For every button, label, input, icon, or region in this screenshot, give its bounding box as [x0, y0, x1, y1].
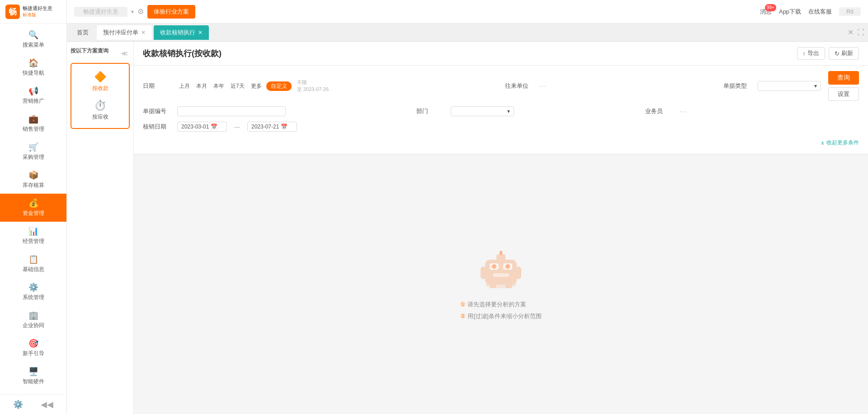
calendar-end-icon[interactable]: 📅 [281, 124, 288, 130]
query-receipt-label: 按收款 [92, 85, 108, 92]
empty-tip-1: ① 请先选择要分析的方案 [460, 299, 541, 310]
sidebar-item-label-hardware: 智能硬件 [23, 378, 44, 385]
svg-point-5 [505, 264, 510, 269]
sidebar-item-marketing[interactable]: 📢营销推广 [0, 81, 66, 109]
settings-icon[interactable]: ⚙️ [13, 400, 23, 409]
staff-dots[interactable]: ··· [679, 108, 688, 115]
logo-icon: 畅 [5, 5, 20, 19]
user-name[interactable]: Rit [839, 7, 861, 16]
business-icon: 📊 [28, 226, 38, 236]
shortcut-this-month[interactable]: 本月 [194, 81, 209, 91]
query-receivable-label: 按应收 [92, 113, 108, 121]
empty-tips: ① 请先选择要分析的方案 ② 用[过滤]条件来缩小分析范围 [460, 299, 541, 322]
sidebar-item-search[interactable]: 🔍搜索菜单 [0, 25, 66, 53]
verify-end-value: 2023-07-21 [251, 124, 279, 130]
sidebar-item-label-sales: 销售管理 [23, 125, 44, 133]
filter-row-1: 日期 上月 本月 本年 近7天 更多 自定义 不限 至 2023-07-26 [143, 71, 859, 101]
svg-rect-6 [493, 273, 509, 277]
sidebar-item-purchase[interactable]: 🛒采购管理 [0, 138, 66, 166]
svg-rect-7 [496, 254, 505, 261]
shortcut-this-year[interactable]: 本年 [212, 81, 226, 91]
filter-area: 日期 上月 本月 本年 近7天 更多 自定义 不限 至 2023-07-26 [134, 66, 868, 154]
header-actions: ↑ 导出 ↻ 刷新 [797, 47, 859, 60]
export-button[interactable]: ↑ 导出 [797, 47, 826, 60]
tab-receipt[interactable]: 收款核销执行 ✕ [154, 25, 209, 40]
tabbar: 首页 预付冲应付单 ✕ 收款核销执行 ✕ ✕ ⛶ [67, 24, 868, 42]
calendar-start-icon[interactable]: 📅 [211, 124, 217, 130]
sidebar-item-wechat[interactable]: 💬企业微信 [0, 390, 66, 395]
sidebar-item-label-finance: 资金管理 [23, 209, 44, 217]
sidebar-item-label-quicknav: 快捷导航 [23, 69, 44, 77]
sidebar-item-inventory[interactable]: 📦库存核算 [0, 166, 66, 194]
empty-illustration [474, 246, 528, 291]
sidebar-item-quicknav[interactable]: 🏠快捷导航 [0, 53, 66, 81]
query-type-receipt[interactable]: 🔶 按收款 [71, 67, 129, 96]
hardware-icon: 🖥️ [28, 366, 38, 376]
topbar-appname: 畅捷通好生意 [74, 7, 127, 17]
shortcut-more[interactable]: 更多 [249, 81, 264, 91]
sidebar-item-label-basic: 基础信息 [23, 266, 44, 273]
tab-receipt-close[interactable]: ✕ [198, 29, 203, 36]
filter-row-2: 单据编号 部门 ▾ 业务员 ··· [143, 106, 859, 116]
tab-home[interactable]: 首页 [71, 25, 95, 40]
sidebar-bottom: ⚙️ ◀◀ [0, 395, 66, 414]
svg-rect-12 [505, 284, 512, 288]
refresh-button[interactable]: ↻ 刷新 [829, 47, 859, 60]
collapse-icon[interactable]: ◀◀ [41, 400, 53, 409]
message-icon[interactable]: 消息 99+ [760, 8, 772, 16]
shortcut-last-month[interactable]: 上月 [177, 81, 192, 91]
settings-button[interactable]: 设置 [828, 87, 859, 101]
export-icon: ↑ [803, 50, 806, 57]
solution-button[interactable]: 体验行业方案 [147, 5, 195, 19]
sidebar-item-label-business: 经营管理 [23, 238, 44, 245]
svg-rect-9 [481, 266, 486, 279]
partner-label: 往来单位 [505, 82, 532, 90]
partner-dots[interactable]: ··· [539, 82, 547, 90]
empty-tip-2: ② 用[过滤]条件来缩小分析范围 [460, 310, 541, 322]
svg-rect-10 [516, 266, 521, 279]
dept-arrow: ▾ [507, 108, 510, 114]
query-button[interactable]: 查询 [828, 71, 859, 85]
sidebar-item-corp[interactable]: 🏢企业协同 [0, 306, 66, 334]
close-all-icon[interactable]: ✕ [848, 28, 854, 37]
sidebar-item-label-newbie: 新手引导 [23, 350, 44, 357]
sidebar-item-newbie[interactable]: 🎯新手引导 [0, 334, 66, 362]
logo-sub: 标准版 [23, 12, 52, 18]
refresh-icon: ↻ [835, 50, 840, 57]
topbar-left: 畅捷通好生意 ▾ ⚙ 体验行业方案 [74, 5, 195, 19]
query-panel-box: 🔶 按收款 ⏱️ 按应收 [71, 63, 130, 129]
svg-rect-8 [500, 251, 502, 255]
collapse-more-btn[interactable]: ∧ 收起更多条件 [821, 137, 859, 148]
sidebar-item-business[interactable]: 📊经营管理 [0, 222, 66, 250]
shortcut-7days[interactable]: 近7天 [229, 81, 246, 91]
doc-no-label: 单据编号 [143, 107, 170, 115]
sidebar-item-system[interactable]: ⚙️系统管理 [0, 278, 66, 306]
tab-expand: ✕ ⛶ [848, 28, 864, 37]
sidebar-item-label-corp: 企业协同 [23, 322, 44, 329]
doc-no-input[interactable] [177, 106, 286, 116]
doc-type-select[interactable]: ▾ [758, 81, 821, 91]
tab-prepay[interactable]: 预付冲应付单 ✕ [97, 25, 152, 40]
online-service-link[interactable]: 在线客服 [808, 8, 832, 16]
app-download-link[interactable]: App下载 [779, 8, 801, 16]
dept-select[interactable]: ▾ [451, 106, 514, 116]
content-area: 收款核销执行(按收款) ↑ 导出 ↻ 刷新 [134, 42, 868, 414]
sidebar-item-hardware[interactable]: 🖥️智能硬件 [0, 362, 66, 390]
expand-icon[interactable]: ⛶ [857, 29, 864, 37]
content-header-top: 收款核销执行(按收款) ↑ 导出 ↻ 刷新 [143, 47, 859, 60]
verify-date-start[interactable]: 2023-03-01 📅 [177, 122, 227, 132]
marketing-icon: 📢 [28, 86, 38, 96]
sidebar-item-basic[interactable]: 📋基础信息 [0, 250, 66, 278]
query-type-receivable[interactable]: ⏱️ 按应收 [71, 96, 129, 124]
topbar-dropdown-icon[interactable]: ▾ [131, 9, 134, 15]
topbar-gear-icon[interactable]: ⚙ [137, 7, 144, 16]
system-icon: ⚙️ [28, 282, 38, 292]
sidebar-item-sales[interactable]: 💼销售管理 [0, 109, 66, 138]
sidebar-logo: 畅 畅捷通好生意 标准版 [0, 0, 66, 24]
verify-date-end[interactable]: 2023-07-21 📅 [247, 122, 297, 132]
query-receipt-icon: 🔶 [94, 71, 106, 83]
shortcut-custom[interactable]: 自定义 [266, 81, 292, 91]
sidebar-item-finance[interactable]: 💰资金管理 [0, 194, 66, 222]
query-panel-collapse-icon[interactable]: ≪ [119, 48, 130, 59]
tab-prepay-close[interactable]: ✕ [141, 29, 146, 36]
